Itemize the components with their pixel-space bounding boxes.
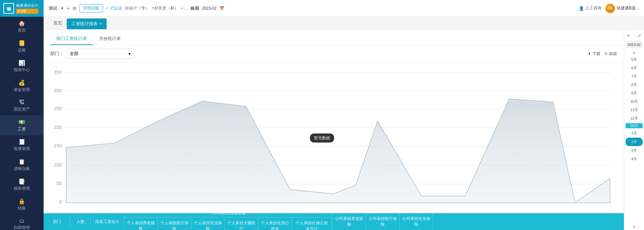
sidebar-item-tax[interactable]: 📑 税务管理 bbox=[0, 175, 44, 195]
month-nav-up[interactable]: ▲ bbox=[624, 49, 644, 55]
sidebar-item-fixed-assets[interactable]: 🏗 固定资产 bbox=[0, 96, 44, 116]
sidebar-item-payroll[interactable]: 💵 工资 bbox=[0, 116, 44, 135]
month-2-active[interactable]: 2月 bbox=[626, 138, 643, 146]
sub-tab-dept[interactable]: 部门工资统计表 bbox=[50, 33, 93, 45]
right-panel: × ⤢ 2023.02 ▲ 5月 6月 7月 8月 9月 10月 11月 12月… bbox=[624, 30, 644, 230]
topbar: 测试 ▼ + ⚙ 切到旧版 ✓ 已认证 好会计（专） +好生意（标） + ...… bbox=[44, 0, 644, 17]
month-5[interactable]: 5月 bbox=[624, 55, 644, 64]
download-btn[interactable]: ⬇ 下载 bbox=[588, 51, 600, 57]
month-6[interactable]: 6月 bbox=[624, 64, 644, 72]
panel-controls: × ⤢ bbox=[624, 31, 644, 40]
sub-tab-monthly[interactable]: 月份统计表 bbox=[93, 33, 127, 45]
download-icon: ⬇ bbox=[588, 51, 591, 56]
personal-group-title: 个人承担社保公积金 bbox=[124, 213, 332, 218]
sidebar-item-funds[interactable]: 💰 资金管理 bbox=[0, 76, 44, 96]
period-value: 2023-02 bbox=[202, 6, 217, 11]
year-selector: 2023.02 bbox=[624, 40, 644, 49]
old-version-btn[interactable]: 切到旧版 bbox=[79, 4, 103, 12]
month-4[interactable]: 4月 bbox=[624, 155, 644, 163]
page-content: 部门工资统计表 月份统计表 部门： 全部 ▾ ⬇ 下载 ↻ 刷新 bbox=[44, 30, 624, 230]
sidebar-item-home[interactable]: 🏠 首页 bbox=[0, 17, 44, 37]
logo-title: 畅康通好会计 bbox=[16, 3, 38, 8]
company-name: 测试 bbox=[49, 5, 57, 11]
svg-text:畅: 畅 bbox=[7, 6, 11, 11]
sub-tabs: 部门工资统计表 月份统计表 bbox=[44, 30, 624, 45]
chart-svg: 350 300 250 200 150 100 50 0 bbox=[49, 66, 619, 212]
sidebar-item-general-ledger[interactable]: 📒 总账 bbox=[0, 37, 44, 56]
sidebar-item-label-tax: 税务管理 bbox=[14, 186, 30, 191]
sidebar-item-label-assets: 固定资产 bbox=[14, 106, 30, 112]
month-nav-down[interactable]: ▼ bbox=[624, 224, 644, 230]
col-dept: 部门 bbox=[44, 216, 70, 227]
sidebar-item-sales[interactable]: 📋 进销台账 bbox=[0, 155, 44, 175]
download-label: 下载 bbox=[592, 51, 600, 57]
month-11[interactable]: 11月 bbox=[624, 106, 644, 114]
sidebar-logo: 畅 畅康通好会计 专业版 bbox=[0, 0, 44, 17]
month-7[interactable]: 7月 bbox=[624, 72, 644, 81]
panel-expand-btn[interactable]: ⤢ bbox=[637, 33, 641, 38]
col-personal-medical: 个人承担医疗保险 bbox=[158, 218, 191, 230]
ledger-icon: 📒 bbox=[18, 40, 25, 46]
refresh-icon: ↻ bbox=[604, 51, 608, 56]
company-dropdown-btn[interactable]: ▼ bbox=[60, 6, 64, 11]
col-personal-housing: 个人承担住房公积金 bbox=[258, 218, 292, 230]
refresh-label: 刷新 bbox=[609, 51, 617, 57]
topbar-settings-btn[interactable]: ⚙ bbox=[72, 6, 77, 11]
year-input[interactable]: 2023.02 bbox=[626, 41, 643, 48]
personal-group: 个人承担社保公积金 个人承担养老保险 个人承担医疗保险 个人承担失业保险 个人承… bbox=[124, 213, 332, 230]
sidebar-item-closing[interactable]: 🔒 结账 bbox=[0, 195, 44, 215]
month-3[interactable]: 3月 bbox=[624, 146, 644, 155]
tab-payroll-report[interactable]: 工资统计报表 × bbox=[67, 18, 107, 29]
sidebar-item-invoices[interactable]: 🧾 发票管理 bbox=[0, 135, 44, 155]
svg-text:100: 100 bbox=[54, 162, 62, 168]
calendar-btn[interactable]: 📅 bbox=[219, 6, 224, 11]
col-company-pension: 公司承担养老保险 bbox=[332, 213, 366, 230]
month-8[interactable]: 8月 bbox=[624, 81, 644, 89]
month-9[interactable]: 9月 bbox=[624, 89, 644, 97]
sales-icon: 📋 bbox=[18, 158, 25, 165]
refresh-btn[interactable]: ↻ 刷新 bbox=[604, 51, 617, 57]
sidebar-item-label-ledger: 总账 bbox=[18, 47, 26, 53]
user-menu[interactable]: CE 轻捷通B退... bbox=[605, 4, 639, 13]
sidebar-item-label-closing: 结账 bbox=[18, 205, 26, 211]
svg-text:250: 250 bbox=[54, 105, 62, 111]
tab-close-btn[interactable]: × bbox=[100, 21, 102, 26]
certified-status: ✓ 已认证 bbox=[106, 5, 122, 11]
invoices-icon: 🧾 bbox=[18, 139, 25, 145]
month-12[interactable]: 12月 bbox=[624, 114, 644, 123]
month-1[interactable]: 1月 bbox=[624, 129, 644, 137]
table-header: 部门 人数 应发工资合计 个人承担社保公积金 个人承担养老保险 bbox=[44, 213, 624, 230]
dept-select-value: 全部 bbox=[70, 51, 78, 57]
sidebar-item-label-reports: 报表中心 bbox=[14, 67, 30, 73]
logo-icon: 畅 bbox=[3, 3, 14, 14]
sidebar-item-label-funds: 资金管理 bbox=[14, 87, 30, 93]
col-company-unemployment: 公司承担失业保险 bbox=[399, 213, 433, 230]
sidebar-item-archives[interactable]: 🗂 归档管理 bbox=[0, 215, 44, 230]
col-headcount: 人数 bbox=[70, 216, 91, 227]
user-name: 轻捷通B退... bbox=[617, 5, 639, 11]
personal-cols: 个人承担养老保险 个人承担医疗保险 个人承担失业保险 个人承担大额医疗 个人承担 bbox=[124, 218, 332, 230]
help-btn[interactable]: 👤 人工咨询 bbox=[579, 5, 601, 11]
funds-icon: 💰 bbox=[18, 80, 25, 86]
topbar-status: ✓ 已认证 好会计（专） +好生意（标） + ... bbox=[106, 5, 188, 11]
archives-icon: 🗂 bbox=[19, 218, 24, 224]
help-icon: 👤 bbox=[579, 6, 584, 11]
page-area: 部门工资统计表 月份统计表 部门： 全部 ▾ ⬇ 下载 ↻ 刷新 bbox=[44, 30, 644, 230]
add-company-btn[interactable]: + bbox=[67, 5, 70, 11]
tab-home[interactable]: 首页 bbox=[49, 18, 67, 29]
dept-select[interactable]: 全部 ▾ bbox=[67, 49, 134, 59]
chart-toolbar: 部门： 全部 ▾ ⬇ 下载 ↻ 刷新 bbox=[44, 45, 624, 62]
chart-area: 350 300 250 200 150 100 50 0 bbox=[44, 62, 624, 213]
col-personal-unemployment: 个人承担失业保险 bbox=[191, 218, 225, 230]
svg-text:150: 150 bbox=[54, 143, 62, 148]
month-list: 5月 6月 7月 8月 9月 10月 11月 12月 2023 1月 2月 3月… bbox=[624, 55, 644, 224]
topbar-right: 👤 人工咨询 CE 轻捷通B退... bbox=[579, 4, 639, 13]
home-icon: 🏠 bbox=[18, 20, 25, 27]
sidebar-item-reports[interactable]: 📊 报表中心 bbox=[0, 56, 44, 76]
col-company-medical: 公司承担医疗保险 bbox=[366, 213, 399, 230]
svg-text:200: 200 bbox=[54, 125, 62, 130]
payroll-icon: 💵 bbox=[18, 119, 25, 125]
col-total-salary: 应发工资合计 bbox=[91, 216, 124, 227]
month-10[interactable]: 10月 bbox=[624, 97, 644, 106]
panel-close-btn[interactable]: × bbox=[627, 33, 630, 38]
